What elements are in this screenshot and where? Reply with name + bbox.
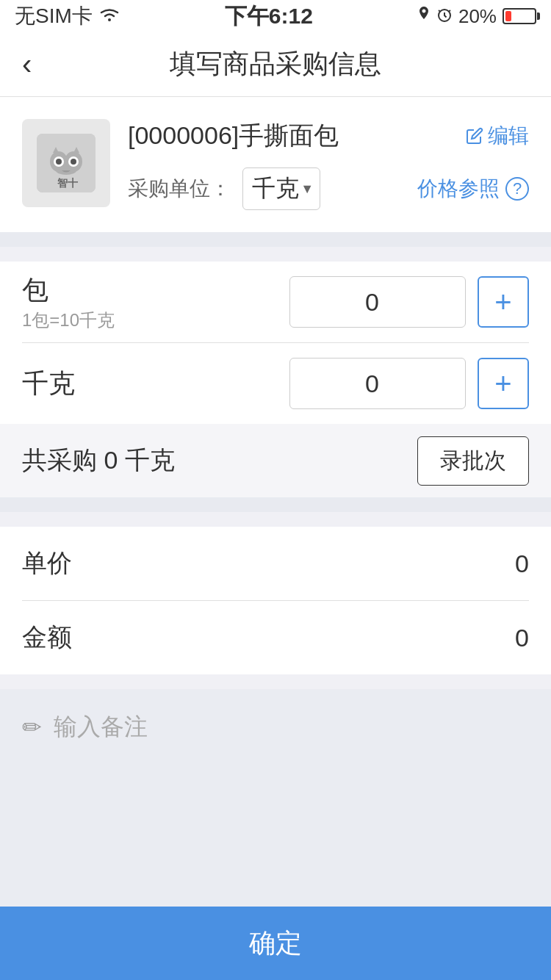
status-left: 无SIM卡 — [15, 2, 120, 30]
batch-record-button[interactable]: 录批次 — [417, 436, 529, 486]
back-button[interactable]: ‹ — [22, 48, 66, 81]
unit-selector[interactable]: 千克 — [242, 167, 320, 210]
bao-input-row: 包 1包=10千克 + — [0, 262, 551, 342]
svg-text:智十: 智十 — [57, 177, 79, 189]
battery-percentage: 20% — [458, 5, 497, 28]
product-card: 智十 [0000006]手撕面包 编辑 采购单位： 千克 价格参照 ? — [0, 97, 551, 232]
bao-quantity-input[interactable] — [289, 276, 466, 328]
amount-value: 0 — [515, 624, 529, 652]
svg-point-6 — [56, 159, 62, 165]
section-divider-1 — [0, 232, 551, 247]
kg-unit-main: 千克 — [22, 366, 110, 402]
total-text: 共采购 0 千克 — [22, 444, 175, 478]
kg-input-row: 千克 + — [0, 343, 551, 424]
kg-input-wrapper: + — [110, 358, 529, 409]
confirm-button[interactable]: 确定 — [0, 907, 551, 980]
nav-bar: ‹ 填写商品采购信息 — [0, 32, 551, 97]
page-title: 填写商品采购信息 — [170, 46, 381, 82]
total-amount-row: 金额 0 — [0, 601, 551, 674]
unit-price-row: 单价 0 — [0, 527, 551, 600]
main-content: 智十 [0000006]手撕面包 编辑 采购单位： 千克 价格参照 ? — [0, 97, 551, 980]
product-full-name: [0000006]手撕面包 — [128, 119, 339, 153]
status-time: 下午6:12 — [225, 1, 313, 32]
amount-label: 金额 — [22, 621, 72, 655]
product-name-row: [0000006]手撕面包 编辑 — [128, 119, 529, 153]
wifi-icon — [98, 4, 120, 28]
product-logo: 智十 — [37, 134, 96, 192]
kg-quantity-input[interactable] — [289, 358, 466, 409]
bao-unit-main: 包 — [22, 273, 115, 309]
price-section: 单价 0 金额 0 — [0, 527, 551, 674]
section-divider-2 — [0, 497, 551, 512]
bao-input-wrapper: + — [115, 276, 529, 328]
total-row: 共采购 0 千克 录批次 — [0, 424, 551, 497]
carrier-label: 无SIM卡 — [15, 2, 93, 30]
status-right: 20% — [417, 5, 536, 28]
notes-placeholder: 输入备注 — [54, 711, 148, 743]
price-ref-icon: ? — [505, 177, 529, 201]
unit-price-value: 0 — [515, 550, 529, 578]
unit-price-label: 单价 — [22, 547, 72, 580]
battery-icon — [503, 8, 536, 24]
bao-unit-sub: 1包=10千克 — [22, 309, 115, 332]
alarm-icon — [436, 5, 453, 28]
location-icon — [417, 5, 431, 28]
bao-plus-button[interactable]: + — [478, 276, 529, 328]
purchase-unit-row: 采购单位： 千克 价格参照 ? — [128, 167, 529, 210]
svg-point-7 — [71, 159, 76, 165]
kg-plus-button[interactable]: + — [478, 358, 529, 409]
purchase-unit-label: 采购单位： — [128, 175, 231, 203]
kg-unit-label: 千克 — [22, 366, 110, 402]
notes-section[interactable]: ✏ 输入备注 — [0, 689, 551, 765]
status-bar: 无SIM卡 下午6:12 20% — [0, 0, 551, 32]
notes-icon: ✏ — [22, 713, 42, 741]
product-info: [0000006]手撕面包 编辑 采购单位： 千克 价格参照 ? — [128, 119, 529, 210]
price-reference-button[interactable]: 价格参照 ? — [417, 175, 529, 203]
quantity-input-section: 包 1包=10千克 + 千克 + 共采购 0 千克 录批次 — [0, 262, 551, 497]
bao-unit-label: 包 1包=10千克 — [22, 273, 115, 332]
edit-button[interactable]: 编辑 — [466, 122, 529, 150]
product-image: 智十 — [22, 119, 110, 207]
